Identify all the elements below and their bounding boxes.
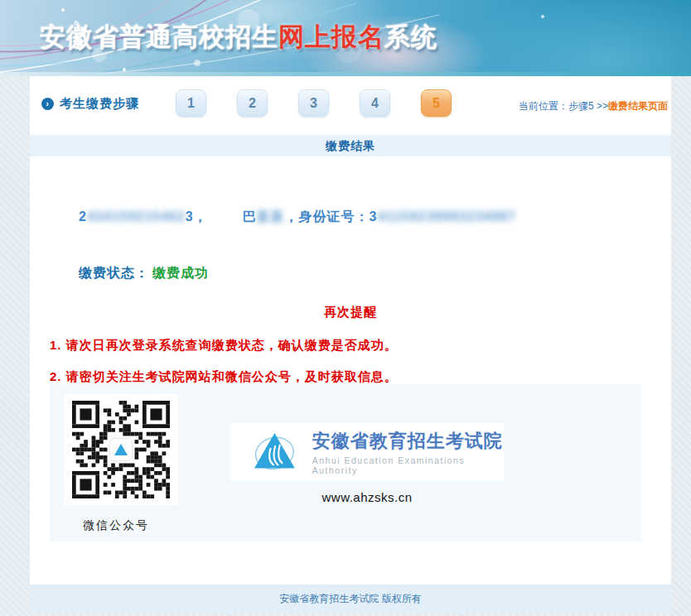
org-text: 安徽省教育招生考试院 Anhui Education Examinations … — [312, 429, 504, 475]
footer-copyright: 安徽省教育招生考试院 版权所有 — [30, 585, 671, 613]
breadcrumb-prefix: 当前位置：步骤5 >> — [519, 100, 608, 112]
candidate-name-start: 巴 — [243, 209, 257, 224]
exam-no-start: 2 — [79, 209, 87, 224]
exam-no-end: 3， — [186, 209, 208, 224]
header-banner: 安徽省普通高校招生网上报名系统 — [0, 0, 691, 76]
id-no-redacted: 41159238983234987 — [378, 209, 516, 224]
triangle-logo-icon — [114, 444, 128, 455]
section-title-bar: 缴费结果 — [30, 134, 671, 156]
org-name-en: Anhui Education Examinations Authority — [312, 455, 504, 475]
org-logo-icon — [249, 428, 301, 476]
exam-no-redacted: 434159215462 — [87, 209, 186, 224]
step-buttons: 1 2 3 4 5 — [176, 89, 452, 117]
chevron-right-icon: › — [41, 98, 54, 110]
payment-status-label: 缴费状态： — [79, 266, 149, 280]
app-title-highlight: 网上报名 — [278, 22, 384, 51]
app-title-part1: 安徽省普通高校招生 — [40, 22, 278, 51]
step-button-4[interactable]: 4 — [360, 89, 390, 117]
org-name-cn: 安徽省教育招生考试院 — [312, 429, 504, 454]
candidate-info-line: 24341592154623，巴某某，身份证号：3411592389832349… — [79, 209, 516, 226]
step-button-5-active[interactable]: 5 — [421, 89, 452, 117]
id-no-start: 3 — [370, 209, 378, 224]
reminder-item-1: 1. 请次日再次登录系统查询缴费状态，确认缴费是否成功。 — [50, 338, 398, 354]
payment-status-value: 缴费成功 — [152, 266, 209, 280]
content-panel: › 考生缴费步骤 1 2 3 4 5 当前位置：步骤5 >>缴费结果页面 缴费结… — [30, 76, 671, 613]
step-button-3[interactable]: 3 — [298, 89, 329, 117]
step-button-2[interactable]: 2 — [237, 89, 268, 117]
steps-label: › 考生缴费步骤 — [41, 96, 139, 112]
org-website: www.ahzsks.cn — [230, 490, 504, 504]
app-title: 安徽省普通高校招生网上报名系统 — [40, 20, 437, 55]
breadcrumb: 当前位置：步骤5 >>缴费结果页面 — [519, 99, 668, 113]
wechat-qr-code — [64, 394, 178, 505]
qr-center-logo — [110, 439, 132, 460]
breadcrumb-current: 缴费结果页面 — [608, 100, 668, 112]
step-button-1[interactable]: 1 — [176, 89, 206, 117]
payment-status-line: 缴费状态：缴费成功 — [79, 265, 209, 282]
app-title-part2: 系统 — [384, 22, 437, 51]
id-label: ，身份证号： — [285, 209, 370, 224]
info-panel: 微信公众号 安徽省教育招生考试院 Anhui Education Examina… — [50, 384, 641, 541]
page: { "banner": { "title_part1": "安徽省普通高校招生"… — [0, 0, 691, 616]
candidate-name-redacted: 某某 — [257, 209, 285, 224]
org-logo-box: 安徽省教育招生考试院 Anhui Education Examinations … — [230, 423, 504, 481]
qr-caption: 微信公众号 — [83, 518, 149, 533]
reminder-title: 再次提醒 — [30, 305, 671, 320]
reminder-item-2: 2. 请密切关注生考试院网站和微信公众号，及时获取信息。 — [50, 369, 398, 385]
steps-row: › 考生缴费步骤 1 2 3 4 5 当前位置：步骤5 >>缴费结果页面 — [30, 76, 671, 129]
steps-label-text: 考生缴费步骤 — [60, 96, 139, 112]
